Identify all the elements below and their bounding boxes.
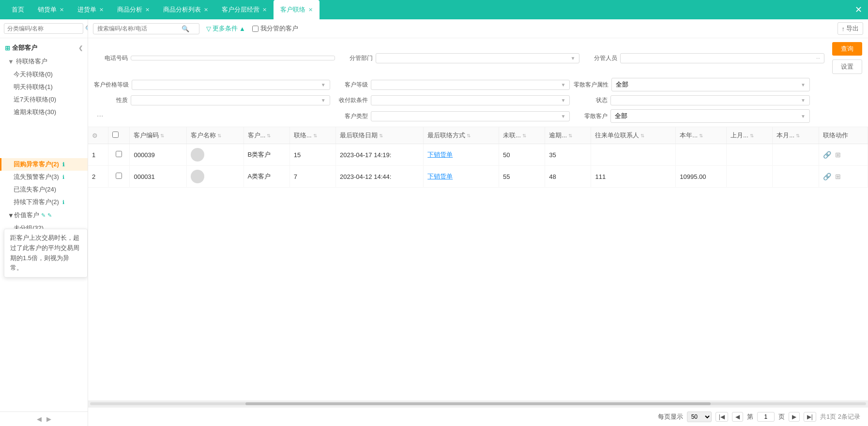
- nature-label: 性质: [94, 96, 128, 104]
- cell-method-1[interactable]: 下销货单: [424, 144, 499, 166]
- customer-grade-arrow: ▼: [561, 82, 565, 88]
- sidebar-next-icon[interactable]: ▶: [46, 415, 51, 423]
- person-select[interactable]: ···: [620, 53, 824, 63]
- nav-home[interactable]: 首页: [5, 0, 31, 19]
- customer-grade-select[interactable]: ▼: [371, 80, 570, 90]
- page-size-select[interactable]: 50 100 200: [687, 411, 712, 422]
- nav-purchase[interactable]: 进货单 ✕: [71, 0, 110, 19]
- sidebar-item-lost[interactable]: 已流失客户(24): [0, 183, 88, 196]
- th-unit-contact[interactable]: 往来单位联系人⇅: [591, 127, 676, 144]
- select-all-checkbox[interactable]: [112, 132, 119, 138]
- gear-icon[interactable]: ⚙: [92, 132, 98, 139]
- action-grid-icon-1[interactable]: ⊞: [835, 151, 841, 159]
- th-contact[interactable]: 联络...⇅: [289, 127, 335, 144]
- cell-unit-2: 111: [591, 166, 676, 188]
- nav-customer-contact[interactable]: 客户联络 ✕: [274, 0, 320, 19]
- cell-code-2: 000031: [130, 166, 187, 188]
- action-link-icon-2[interactable]: 🔗: [823, 173, 831, 180]
- search-input[interactable]: [97, 25, 180, 32]
- search-button-icon[interactable]: 🔍: [182, 25, 189, 32]
- tooltip-box: 距客户上次交易时长，超过了此客户的平均交易周期的1.5倍，则视为异常。: [4, 229, 88, 278]
- phone-label: 电话号码: [94, 54, 128, 62]
- cell-lm-1: [726, 144, 772, 166]
- nav-purchase-close[interactable]: ✕: [99, 7, 104, 13]
- action-grid-icon-2[interactable]: ⊞: [835, 173, 841, 180]
- sidebar-value-section[interactable]: ▼ 价值客户 ✎ ✎: [0, 208, 88, 222]
- payment-arrow: ▼: [561, 98, 565, 103]
- nav-sales[interactable]: 销货单 ✕: [31, 0, 71, 19]
- nav-analysis-list[interactable]: 商品分析列表 ✕: [156, 0, 215, 19]
- page-number-input[interactable]: [757, 412, 775, 422]
- table-body: 1 000039 B类客户 15 2023-04-17 14:19: 下销货单 …: [88, 144, 868, 188]
- my-customer-checkbox[interactable]: [252, 26, 259, 32]
- th-last-method[interactable]: 最后联络方式⇅: [424, 127, 499, 144]
- export-button[interactable]: ↑ 导出: [838, 22, 864, 35]
- nav-analysis[interactable]: 商品分析 ✕: [110, 0, 156, 19]
- sidebar-section-pending[interactable]: ▼ 待联络客户: [0, 55, 88, 68]
- setting-button[interactable]: 设置: [832, 59, 862, 74]
- sidebar-item-7days[interactable]: 近7天待联络(0): [0, 93, 88, 106]
- query-button[interactable]: 查询: [832, 42, 862, 56]
- horizontal-scrollbar[interactable]: [88, 400, 868, 407]
- th-category[interactable]: 客户...⇅: [244, 127, 289, 144]
- th-this-month[interactable]: 本月...⇅: [773, 127, 819, 144]
- sidebar-item-losing[interactable]: 流失预警客户(3) ℹ: [0, 171, 88, 183]
- cell-lm-2: [726, 166, 772, 188]
- sidebar-item-declining[interactable]: 持续下滑客户(2) ℹ: [0, 196, 88, 208]
- edit-icon2[interactable]: ✎: [47, 212, 52, 219]
- retail-select[interactable]: 全部 ▼: [610, 109, 810, 123]
- nav-customer-contact-close[interactable]: ✕: [308, 7, 313, 13]
- row-checkbox-1[interactable]: [116, 151, 122, 157]
- scroll-thumb[interactable]: [245, 402, 711, 405]
- nav-analysis-close[interactable]: ✕: [145, 7, 150, 13]
- sidebar-all-customers[interactable]: ⊞ 全部客户 ❮: [0, 41, 88, 55]
- sidebar-item-tomorrow[interactable]: 明天待联络(1): [0, 81, 88, 93]
- th-last-date[interactable]: 最后联络日期⇅: [336, 127, 424, 144]
- action-link-icon-1[interactable]: 🔗: [823, 151, 831, 159]
- sidebar-search-input[interactable]: [4, 23, 83, 34]
- prev-page-button[interactable]: ◀: [732, 412, 743, 422]
- th-name[interactable]: 客户名称⇅: [187, 127, 244, 144]
- sort-icon-year: ⇅: [699, 133, 703, 138]
- price-grade-select[interactable]: ▼: [132, 80, 330, 90]
- window-close-button[interactable]: ✕: [855, 5, 862, 14]
- filter-row-4: ··· 客户类型 ▼ 零散客户 全部 ▼: [94, 109, 862, 123]
- dept-select[interactable]: ▼: [376, 53, 580, 63]
- more-conditions-button[interactable]: ▽ 更多条件 ▲: [203, 23, 248, 34]
- nav-customer-seg[interactable]: 客户分层经营 ✕: [215, 0, 274, 19]
- customer-type-select[interactable]: ▼: [371, 111, 570, 121]
- sidebar-item-today[interactable]: 今天待联络(0): [0, 68, 88, 81]
- page-size-label: 每页显示: [658, 412, 683, 421]
- nav-customer-seg-close[interactable]: ✕: [262, 7, 267, 13]
- th-this-year[interactable]: 本年...⇅: [676, 127, 727, 144]
- status-select[interactable]: ▼: [610, 95, 810, 105]
- th-uncontacted[interactable]: 未联...⇅: [499, 127, 545, 144]
- th-gear[interactable]: ⚙: [88, 127, 108, 144]
- collapse-icon[interactable]: ❮: [78, 45, 83, 51]
- nav-analysis-list-close[interactable]: ✕: [204, 7, 208, 13]
- retail-attr-select[interactable]: 全部 ▼: [611, 78, 810, 91]
- nav-sales-close[interactable]: ✕: [60, 7, 64, 13]
- cell-tm-2: [773, 166, 819, 188]
- more-dots-button[interactable]: ···: [94, 112, 106, 120]
- row-checkbox-2[interactable]: [116, 173, 122, 179]
- cell-code-1: 000039: [130, 144, 187, 166]
- th-overdue[interactable]: 逾期...⇅: [545, 127, 591, 144]
- next-page-button[interactable]: ▶: [789, 412, 800, 422]
- sidebar-prev-icon[interactable]: ◀: [37, 415, 42, 423]
- my-customer-checkbox-area[interactable]: 我分管的客户: [252, 24, 298, 33]
- sidebar-item-abnormal[interactable]: 回购异常客户(2) ℹ: [0, 158, 88, 171]
- edit-icon[interactable]: ✎: [41, 212, 46, 219]
- payment-select[interactable]: ▼: [371, 95, 570, 105]
- first-page-button[interactable]: |◀: [716, 412, 728, 422]
- price-grade-label: 客户价格等级: [94, 81, 129, 89]
- last-page-button[interactable]: ▶|: [804, 412, 816, 422]
- th-last-month[interactable]: 上月...⇅: [726, 127, 772, 144]
- cell-method-2[interactable]: 下销货单: [424, 166, 499, 188]
- th-code[interactable]: 客户编码⇅: [130, 127, 187, 144]
- dept-arrow-icon: ▼: [570, 56, 575, 61]
- sidebar-item-overdue[interactable]: 逾期未联络(30): [0, 106, 88, 118]
- person-label: 分管人员: [583, 54, 617, 62]
- nature-select[interactable]: ▼: [131, 95, 330, 105]
- phone-input[interactable]: [131, 56, 335, 60]
